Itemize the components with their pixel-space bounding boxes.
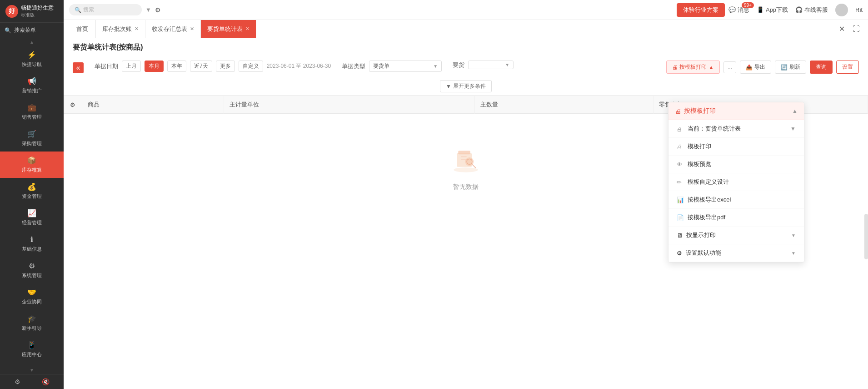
- sidebar-item-quick-nav[interactable]: ⚡ 快捷导航: [0, 46, 64, 72]
- tab-order-stats[interactable]: 要货单统计表 ✕: [201, 20, 256, 38]
- query-button[interactable]: 查询: [810, 61, 833, 74]
- set-default-arrow-icon: ▼: [791, 251, 796, 256]
- app-download-button[interactable]: 📱 App下载: [757, 6, 788, 14]
- type-filter-label: 单据类型: [342, 62, 365, 71]
- print-template-button[interactable]: 🖨 按模板打印 ▲: [666, 61, 720, 74]
- date-btn-7days[interactable]: 近7天: [190, 61, 212, 72]
- date-btn-more[interactable]: 更多: [216, 61, 235, 72]
- page-content: 要货单统计表(按商品) « 单据日期 上月 本月 本年 近7天 更多: [64, 38, 868, 389]
- date-btn-last-month[interactable]: 上月: [122, 61, 141, 72]
- dropdown-item-template-print[interactable]: 🖨 模板打印: [668, 138, 804, 156]
- set-default-left: ⚙ 设置默认功能: [677, 249, 721, 257]
- tab-label: 库存批次账: [102, 25, 132, 33]
- expand-conditions-button[interactable]: ▼ 展开更多条件: [440, 80, 492, 92]
- sidebar-item-app-center[interactable]: 📱 应用中心: [0, 336, 64, 363]
- settings-bottom-icon[interactable]: ⚙: [15, 378, 20, 385]
- date-btn-current-year[interactable]: 本年: [167, 61, 186, 72]
- collapse-toggle-button[interactable]: «: [73, 62, 84, 73]
- right-scrollbar[interactable]: [864, 214, 868, 259]
- app-name: 畅捷通好生意: [21, 5, 54, 12]
- topbar-dropdown-icon[interactable]: ▼: [145, 6, 151, 13]
- sales-icon: 💼: [27, 103, 36, 112]
- tabbar: 首页 库存批次账 ✕ 收发存汇总表 ✕ 要货单统计表 ✕ ✕ ⛶: [64, 20, 868, 38]
- sidebar-item-label: 销售管理: [22, 114, 42, 121]
- type-dropdown[interactable]: 要货单 ▼: [369, 61, 442, 72]
- sidebar-item-inventory[interactable]: 📦 库存核算: [0, 152, 64, 178]
- dropdown-item-template-preview[interactable]: 👁 模板预览: [668, 156, 804, 173]
- svg-point-0: [454, 167, 478, 172]
- sidebar-item-wechat[interactable]: 💬 企业微信: [0, 363, 64, 366]
- template-preview-icon: 👁: [677, 161, 684, 168]
- date-btn-custom[interactable]: 自定义: [239, 61, 263, 72]
- tab-inventory-batch[interactable]: 库存批次账 ✕: [96, 20, 145, 38]
- tab-close-icon[interactable]: ✕: [135, 26, 139, 32]
- req-goods-dropdown-arrow-icon: ▼: [505, 62, 509, 67]
- messages-button[interactable]: 💬 消息 99+: [728, 6, 749, 14]
- topbar-search-icon: 🔍: [75, 7, 81, 13]
- more-actions-button[interactable]: ...: [723, 61, 736, 73]
- refresh-button[interactable]: 🔄 刷新: [775, 61, 806, 74]
- dropdown-current-item[interactable]: 🖨 当前：要货单统计表 ▼: [668, 120, 804, 138]
- dropdown-item-template-design[interactable]: ✏ 模板自定义设计: [668, 173, 804, 191]
- sidebar-item-system[interactable]: ⚙ 系统管理: [0, 257, 64, 283]
- dropdown-item-set-default[interactable]: ⚙ 设置默认功能 ▼: [668, 244, 804, 262]
- dropdown-item-label: 按模板导出pdf: [688, 213, 725, 222]
- sidebar-item-purchase[interactable]: 🛒 采购管理: [0, 125, 64, 152]
- online-service-button[interactable]: 🎧 在线客服: [795, 6, 828, 14]
- req-goods-dropdown[interactable]: ▼: [468, 61, 514, 69]
- dropdown-collapse-icon[interactable]: ▲: [792, 108, 798, 114]
- tab-home-label: 首页: [76, 25, 88, 33]
- sidebar-item-finance[interactable]: 💰 资金管理: [0, 178, 64, 204]
- sidebar-item-label: 资金管理: [22, 193, 42, 200]
- sidebar-scroll-down[interactable]: ▼: [0, 366, 64, 374]
- sidebar-item-label: 新手引导: [22, 325, 42, 332]
- tab-close-active-icon[interactable]: ✕: [245, 26, 249, 32]
- dropdown-header-title: 🖨 按模板打印: [675, 107, 716, 115]
- topbar-gear-icon[interactable]: ⚙: [155, 6, 161, 14]
- topbar-search[interactable]: 🔍 搜索: [69, 4, 142, 15]
- window-expand-button[interactable]: ⛶: [850, 23, 863, 35]
- dropdown-item-export-excel[interactable]: 📊 按模板导出excel: [668, 191, 804, 209]
- sidebar-item-sales[interactable]: 💼 销售管理: [0, 99, 64, 125]
- dropdown-item-export-pdf[interactable]: 📄 按模板导出pdf: [668, 209, 804, 227]
- sidebar-item-basic-info[interactable]: ℹ 基础信息: [0, 231, 64, 257]
- tab-label: 收发存汇总表: [152, 25, 187, 33]
- type-filter-group: 单据类型 要货单 ▼: [342, 61, 442, 72]
- export-button[interactable]: 📤 导出: [740, 61, 771, 74]
- sidebar-item-operations[interactable]: 📈 经营管理: [0, 204, 64, 231]
- dropdown-header: 🖨 按模板打印 ▲: [668, 102, 804, 120]
- industry-solution-button[interactable]: 体验行业方案: [677, 3, 725, 17]
- user-avatar[interactable]: [835, 4, 848, 16]
- tab-home[interactable]: 首页: [69, 20, 96, 38]
- sidebar-item-newbie[interactable]: 🎓 新手引导: [0, 310, 64, 336]
- logo-icon: 好: [5, 5, 18, 18]
- sound-bottom-icon[interactable]: 🔇: [42, 378, 50, 385]
- sidebar-scroll-up[interactable]: ▲: [0, 38, 64, 46]
- operations-icon: 📈: [27, 209, 36, 217]
- date-btn-current-month[interactable]: 本月: [145, 61, 164, 72]
- col-unit-label: 主计量单位: [229, 101, 259, 108]
- sidebar-search-item[interactable]: 🔍 搜索菜单: [0, 23, 64, 38]
- dropdown-item-label: 按模板导出excel: [688, 196, 731, 204]
- sidebar: 好 畅捷通好生意 标准版 🔍 搜索菜单 ▲ ⚡ 快捷导航 📢 营销推广 💼 销售…: [0, 0, 64, 389]
- messages-badge: 99+: [742, 2, 754, 8]
- window-close-button[interactable]: ✕: [835, 23, 848, 35]
- dropdown-current-label: 当前：要货单统计表: [688, 125, 741, 133]
- type-dropdown-text: 要货单: [373, 62, 389, 70]
- display-print-label: 按显示打印: [686, 231, 716, 239]
- req-goods-filter-group: 要货 ▼: [453, 61, 514, 69]
- sidebar-item-enterprise[interactable]: 🤝 企业协同: [0, 283, 64, 310]
- basic-info-icon: ℹ: [30, 235, 33, 244]
- template-design-icon: ✏: [677, 179, 684, 186]
- settings-col-icon[interactable]: ⚙: [70, 101, 75, 108]
- sidebar-item-marketing[interactable]: 📢 营销推广: [0, 72, 64, 99]
- setting-button[interactable]: 设置: [836, 61, 859, 74]
- tab-stock-summary[interactable]: 收发存汇总表 ✕: [145, 20, 201, 38]
- tab-close-icon[interactable]: ✕: [190, 26, 194, 32]
- dropdown-current-icon: 🖨: [677, 126, 684, 132]
- topbar-search-placeholder: 搜索: [83, 6, 94, 14]
- sidebar-item-label: 库存核算: [22, 167, 42, 173]
- col-checkbox[interactable]: ⚙: [64, 96, 82, 114]
- dropdown-item-display-print[interactable]: 🖥 按显示打印 ▼: [668, 227, 804, 244]
- sidebar-logo: 好 畅捷通好生意 标准版: [0, 0, 64, 23]
